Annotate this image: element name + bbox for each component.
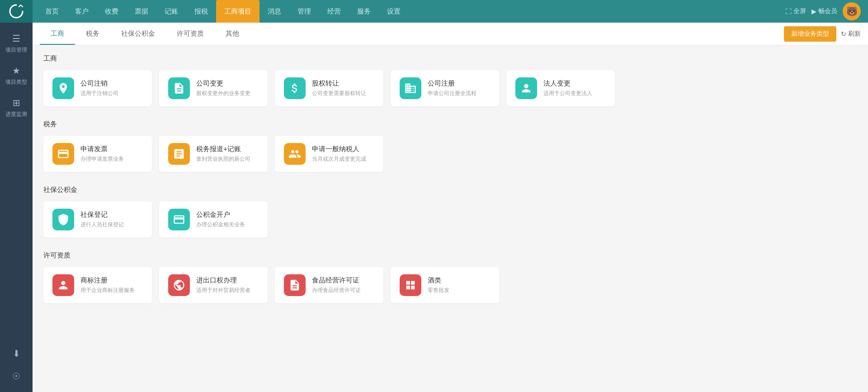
scroll-content[interactable]: 工商 公司注销 适用于注销公司 公司变更 股权变更外的业务变更 股权转让 公司变…: [33, 45, 868, 392]
tab-社保公积金[interactable]: 社保公积金: [110, 23, 166, 45]
tabs-left: 工商税务社保公积金许可资质其他: [40, 23, 250, 45]
card-酒类[interactable]: 酒类 零售批发: [391, 267, 499, 303]
card-title: 酒类: [428, 276, 490, 285]
sidebar-item-项目类型[interactable]: ★项目类型: [5, 59, 27, 91]
card-text: 进出口权办理 适用于对外贸易经营者: [196, 276, 259, 294]
section-社保公积金: 社保公积金 社保登记 进行人员社保登记 公积金开户 办理公积金相关业务: [43, 186, 857, 238]
sidebar-item-项目管理[interactable]: ☰项目管理: [5, 27, 27, 59]
nav-item-报税[interactable]: 报税: [186, 0, 216, 23]
nav-item-设置[interactable]: 设置: [379, 0, 409, 23]
nav-menu: 首页客户收费票据记账报税工商项目消息管理经营服务设置: [33, 0, 785, 23]
card-申请一般纳税人[interactable]: 申请一般纳税人 当月或次月成变更完成: [275, 136, 383, 172]
nav-item-首页[interactable]: 首页: [37, 0, 67, 23]
card-desc: 申请公司注册全流程: [428, 90, 490, 97]
svg-rect-0: [406, 281, 410, 285]
card-title: 法人变更: [543, 79, 606, 88]
card-进出口权办理[interactable]: 进出口权办理 适用于对外贸易经营者: [159, 267, 268, 303]
tab-税务[interactable]: 税务: [75, 23, 110, 45]
card-desc: 股权变更外的业务变更: [196, 90, 259, 97]
mascot-avatar: 🐻: [843, 2, 861, 20]
nav-item-服务[interactable]: 服务: [349, 0, 379, 23]
card-税务报道+记账[interactable]: 税务报道+记账 拿到营业执照的新公司: [159, 136, 268, 172]
sidebar-bottom-icon: ☉: [10, 370, 22, 382]
refresh-icon: ↻: [841, 30, 846, 38]
card-公司注册[interactable]: 公司注册 申请公司注册全流程: [391, 70, 499, 106]
card-title: 公司注销: [80, 79, 143, 88]
card-商标注册[interactable]: 商标注册 用于企业商标注册服务: [43, 267, 152, 303]
card-text: 公司注销 适用于注销公司: [80, 79, 143, 97]
card-text: 申请发票 办理申请发票业务: [80, 145, 143, 163]
card-icon: [52, 209, 74, 230]
card-社保登记[interactable]: 社保登记 进行人员社保登记: [43, 201, 152, 238]
card-法人变更[interactable]: 法人变更 适用于公司变更法人: [506, 70, 615, 106]
nav-item-客户[interactable]: 客户: [67, 0, 97, 23]
card-desc: 拿到营业执照的新公司: [196, 155, 259, 163]
card-text: 税务报道+记账 拿到营业执照的新公司: [196, 145, 259, 163]
card-text: 公司注册 申请公司注册全流程: [428, 79, 490, 97]
card-text: 股权转让 公司变更需要股权转让: [312, 79, 374, 97]
sidebar-icon: ⊞: [10, 97, 22, 109]
card-title: 进出口权办理: [196, 276, 259, 285]
card-title: 申请一般纳税人: [312, 145, 374, 153]
card-desc: 当月或次月成变更完成: [312, 155, 374, 163]
card-text: 食品经营许可证 办理食品经营许可证: [312, 276, 374, 294]
top-navigation: 首页客户收费票据记账报税工商项目消息管理经营服务设置 ⛶ 全屏 ▶ 畅会员 🐻: [0, 0, 868, 23]
nav-item-记账[interactable]: 记账: [156, 0, 186, 23]
sidebar-label: 项目类型: [5, 78, 27, 86]
fullscreen-button[interactable]: ⛶ 全屏: [785, 7, 806, 15]
card-title: 公积金开户: [196, 210, 259, 219]
card-text: 酒类 零售批发: [428, 276, 490, 294]
card-text: 申请一般纳税人 当月或次月成变更完成: [312, 145, 374, 163]
nav-item-收费[interactable]: 收费: [97, 0, 127, 23]
nav-item-票据[interactable]: 票据: [127, 0, 156, 23]
card-text: 商标注册 用于企业商标注册服务: [80, 276, 143, 294]
card-股权转让[interactable]: 股权转让 公司变更需要股权转让: [275, 70, 383, 106]
sidebar-item-进度监测[interactable]: ⊞进度监测: [5, 91, 27, 124]
nav-item-管理[interactable]: 管理: [289, 0, 319, 23]
svg-rect-3: [411, 286, 415, 289]
card-公司注销[interactable]: 公司注销 适用于注销公司: [43, 70, 152, 106]
nav-item-经营[interactable]: 经营: [319, 0, 349, 23]
card-title: 股权转让: [312, 79, 374, 88]
card-desc: 公司变更需要股权转让: [312, 90, 374, 97]
member-button[interactable]: ▶ 畅会员: [811, 7, 837, 15]
card-title: 社保登记: [80, 210, 143, 219]
sidebar-bottom-item[interactable]: ☉: [0, 365, 33, 387]
main-layout: ☰项目管理★项目类型⊞进度监测 ⬇☉ 工商税务社保公积金许可资质其他 新增业务类…: [0, 23, 868, 392]
card-desc: 办理申请发票业务: [80, 155, 143, 163]
tabs-bar: 工商税务社保公积金许可资质其他 新增业务类型 ↻ 刷新: [33, 23, 868, 45]
card-icon: [284, 143, 306, 165]
refresh-button[interactable]: ↻ 刷新: [841, 30, 861, 38]
card-icon: [52, 143, 74, 165]
card-desc: 用于企业商标注册服务: [80, 287, 143, 294]
new-type-button[interactable]: 新增业务类型: [784, 26, 836, 42]
card-icon: [400, 274, 421, 296]
card-icon: [52, 274, 74, 296]
sidebar-bottom-item[interactable]: ⬇: [0, 342, 33, 365]
card-公司变更[interactable]: 公司变更 股权变更外的业务变更: [159, 70, 268, 106]
card-desc: 适用于公司变更法人: [543, 90, 606, 97]
card-食品经营许可证[interactable]: 食品经营许可证 办理食品经营许可证: [275, 267, 383, 303]
card-公积金开户[interactable]: 公积金开户 办理公积金相关业务: [159, 201, 268, 238]
card-desc: 办理食品经营许可证: [312, 287, 374, 294]
tabs-right: 新增业务类型 ↻ 刷新: [784, 26, 861, 42]
card-icon: [168, 274, 190, 296]
card-title: 公司注册: [428, 79, 490, 88]
cards-grid: 公司注销 适用于注销公司 公司变更 股权变更外的业务变更 股权转让 公司变更需要…: [43, 70, 857, 106]
tab-许可资质[interactable]: 许可资质: [166, 23, 215, 45]
card-text: 法人变更 适用于公司变更法人: [543, 79, 606, 97]
card-title: 商标注册: [80, 276, 143, 285]
svg-rect-1: [406, 286, 410, 289]
sidebar: ☰项目管理★项目类型⊞进度监测 ⬇☉: [0, 23, 33, 392]
card-title: 食品经营许可证: [312, 276, 374, 285]
tab-工商[interactable]: 工商: [40, 23, 75, 45]
nav-item-工商项目[interactable]: 工商项目: [216, 0, 259, 23]
nav-item-消息[interactable]: 消息: [259, 0, 289, 23]
card-icon: [400, 77, 421, 99]
tab-其他[interactable]: 其他: [215, 23, 250, 45]
card-icon: [168, 77, 190, 99]
card-申请发票[interactable]: 申请发票 办理申请发票业务: [43, 136, 152, 172]
card-icon: [52, 77, 74, 99]
card-text: 社保登记 进行人员社保登记: [80, 210, 143, 229]
sidebar-label: 进度监测: [5, 110, 27, 118]
